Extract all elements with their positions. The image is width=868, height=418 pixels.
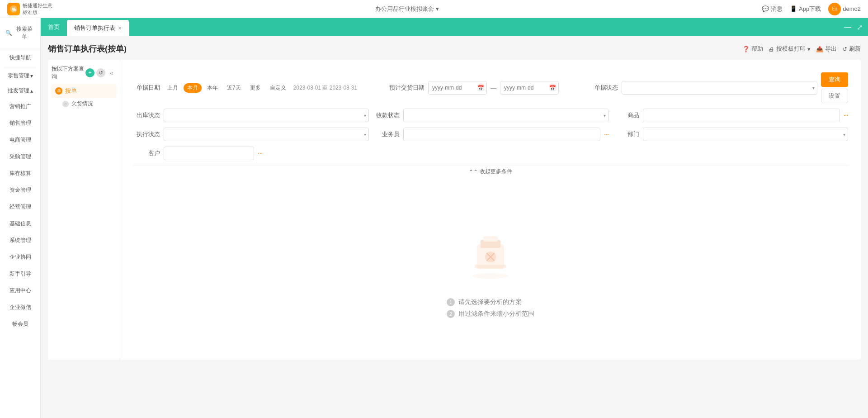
date-tab-last-month[interactable]: 上月 (164, 83, 182, 93)
sidebar-item-purchase[interactable]: 采购管理 (0, 148, 40, 165)
chevron-down-icon: ▾ (30, 73, 33, 79)
tabs-bar: 首页 销售订单执行表 × — ⤢ (41, 18, 868, 36)
sidebar-item-operations[interactable]: 经营管理 (0, 199, 40, 215)
tab-minimize-button[interactable]: — (842, 21, 853, 33)
export-button[interactable]: 📤 导出 (816, 45, 837, 53)
receive-status-select[interactable] (403, 109, 609, 122)
tab-actions: — ⤢ (842, 18, 868, 36)
date-separator: — (491, 85, 496, 91)
date-label: 单据日期 (133, 84, 160, 92)
salesperson-input[interactable] (403, 128, 600, 141)
add-scheme-button[interactable]: + (85, 68, 94, 77)
right-content: 单据日期 上月 本月 本年 近7天 更多 自定义 2023-03-01 至 20… (120, 60, 861, 360)
empty-illustration (463, 226, 518, 289)
empty-step-2: 2 用过滤条件来缩小分析范围 (447, 310, 534, 318)
sidebar-item-finance[interactable]: 资金管理 (0, 182, 40, 199)
scheme-item-by-order[interactable]: 单 按单 (52, 84, 116, 98)
salesperson-more-icon[interactable]: ··· (604, 130, 609, 138)
date-to-input[interactable] (500, 81, 559, 95)
sidebar-divider (4, 67, 37, 67)
tab-maximize-button[interactable]: ⤢ (855, 21, 864, 33)
main-layout: 🔍 搜索菜单 快捷导航 零售管理 ▾ 批发管理 ▴ 营销推广 销售管理 (0, 18, 868, 418)
collapse-button[interactable]: ⌃⌃ 收起更多条件 (469, 168, 512, 176)
page-header-actions: ❓ 帮助 🖨 按模板打印 ▾ 📤 导出 ↺ 刷新 (742, 45, 861, 53)
svg-rect-9 (475, 265, 506, 268)
date-tab-more[interactable]: 更多 (246, 83, 264, 93)
sidebar-item-quick-nav[interactable]: 快捷导航 (0, 49, 40, 66)
filter-panel: 单据日期 上月 本月 本年 近7天 更多 自定义 2023-03-01 至 20… (126, 65, 855, 185)
date-tab-this-year[interactable]: 本年 (203, 83, 222, 93)
logo-area: 畅 畅捷通好生意 标准版 (7, 2, 52, 15)
sidebar-item-wholesale[interactable]: 批发管理 ▴ (0, 83, 40, 98)
page-selector[interactable]: 办公用品行业模拟账套 ▾ (375, 5, 439, 13)
sidebar-item-basics[interactable]: 基础信息 (0, 215, 40, 232)
chevron-up-icon: ▴ (30, 88, 33, 94)
app-download-button[interactable]: 📱 App下载 (790, 5, 821, 13)
left-panel-header: 按以下方案查询 + ↺ « (52, 65, 116, 81)
customer-input[interactable] (164, 147, 254, 160)
dept-label: 部门 (612, 130, 639, 138)
exec-status-label: 执行状态 (133, 130, 160, 138)
date-from-wrapper: 📅 (428, 81, 487, 95)
print-button[interactable]: 🖨 按模板打印 ▾ (769, 45, 811, 53)
exec-status-select[interactable] (164, 128, 369, 141)
step-num-2: 2 (447, 310, 455, 318)
out-status-select[interactable] (164, 109, 369, 122)
doc-status-select[interactable] (622, 81, 817, 95)
export-icon: 📤 (816, 46, 823, 52)
sub-item-shortage[interactable]: ○ 欠货情况 (52, 98, 116, 110)
svg-text:畅: 畅 (12, 7, 16, 12)
dept-select[interactable] (643, 128, 848, 141)
date-tabs: 上月 本月 本年 近7天 更多 自定义 (164, 83, 290, 93)
collapse-up-icon: ⌃⌃ (469, 169, 478, 175)
collapse-panel-button[interactable]: « (107, 68, 116, 77)
topbar-right: 💬 消息 📱 App下载 Ea demo2 (762, 3, 861, 15)
settings-button[interactable]: 设置 (821, 89, 848, 103)
goods-more-icon[interactable]: ··· (844, 111, 848, 119)
date-tab-custom[interactable]: 自定义 (266, 83, 290, 93)
out-status-wrapper: ▾ (164, 109, 369, 122)
goods-input[interactable] (643, 109, 840, 122)
query-button[interactable]: 查询 (821, 72, 848, 87)
empty-steps: 1 请先选择要分析的方案 2 用过滤条件来缩小分析范围 (447, 298, 534, 318)
sidebar-item-wechat[interactable]: 企业微信 (0, 299, 40, 316)
chevron-down-icon: ▾ (807, 46, 811, 52)
refresh-scheme-button[interactable]: ↺ (96, 68, 105, 77)
sidebar-item-marketing[interactable]: 营销推广 (0, 98, 40, 115)
left-panel-actions: + ↺ « (85, 68, 116, 77)
sub-item-icon: ○ (62, 101, 69, 107)
goods-label: 商品 (612, 111, 639, 119)
filter-row-customer: 客户 ··· (133, 147, 848, 160)
sidebar: 🔍 搜索菜单 快捷导航 零售管理 ▾ 批发管理 ▴ 营销推广 销售管理 (0, 18, 41, 418)
search-menu-button[interactable]: 🔍 搜索菜单 (4, 23, 37, 43)
help-button[interactable]: ❓ 帮助 (742, 45, 763, 53)
expected-date-label: 预计交货日期 (389, 84, 425, 92)
sidebar-item-newbie[interactable]: 新手引导 (0, 266, 40, 282)
refresh-button[interactable]: ↺ 刷新 (842, 45, 861, 53)
sidebar-item-inventory[interactable]: 库存核算 (0, 165, 40, 182)
tab-home[interactable]: 首页 (41, 18, 67, 36)
sidebar-item-sales[interactable]: 销售管理 (0, 115, 40, 132)
sidebar-item-vip[interactable]: 畅会员 (0, 316, 40, 332)
date-tab-7days[interactable]: 近7天 (223, 83, 245, 93)
tab-close-icon[interactable]: × (118, 25, 122, 31)
filter-row-status: 出库状态 ▾ 收款状态 ▾ (133, 109, 848, 122)
sidebar-item-enterprise[interactable]: 企业协同 (0, 249, 40, 266)
customer-label: 客户 (133, 149, 160, 157)
user-menu[interactable]: Ea demo2 (828, 3, 861, 15)
sidebar-item-retail[interactable]: 零售管理 ▾ (0, 68, 40, 83)
filter-row-exec: 执行状态 ▾ 业务员 ··· (133, 128, 848, 141)
message-button[interactable]: 💬 消息 (762, 5, 783, 13)
sidebar-item-appcenter[interactable]: 应用中心 (0, 282, 40, 299)
sidebar-item-system[interactable]: 系统管理 (0, 232, 40, 249)
empty-step-1: 1 请先选择要分析的方案 (447, 298, 534, 306)
date-from-input[interactable] (428, 81, 487, 95)
sidebar-item-ecommerce[interactable]: 电商管理 (0, 132, 40, 148)
receive-status-label: 收款状态 (373, 111, 400, 119)
tab-sales-exec[interactable]: 销售订单执行表 × (67, 20, 129, 36)
date-range-text: 2023-03-01 至 2023-03-31 (293, 84, 357, 92)
step-num-1: 1 (447, 298, 455, 306)
date-tab-this-month[interactable]: 本月 (184, 83, 202, 93)
exec-status-wrapper: ▾ (164, 128, 369, 141)
customer-more-icon[interactable]: ··· (258, 149, 262, 157)
